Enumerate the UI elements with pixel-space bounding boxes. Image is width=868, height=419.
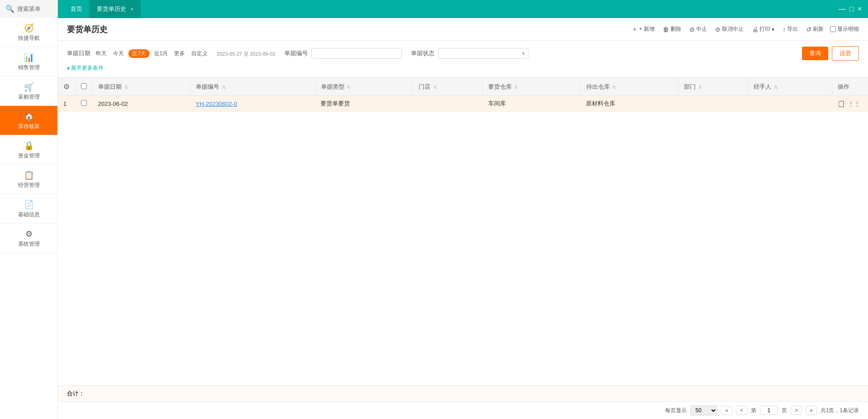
top-bar: 首页 要货单历史 × — □ × (58, 0, 868, 18)
search-menu-item[interactable]: 🔍 搜索菜单 (0, 0, 57, 18)
operations-icon: 📋 (24, 170, 34, 180)
print-icon: 🖨 (752, 26, 758, 33)
page-header: 要货单历史 ＋ + 新增 🗑 删除 ⊘ 中止 ⊘ 取消中止 (58, 18, 868, 41)
expand-filter-button[interactable]: ▾ 展开更多条件 (67, 64, 859, 72)
date-opt-more[interactable]: 更多 (172, 49, 187, 58)
sort-date-icon[interactable]: ⇅ (124, 85, 128, 90)
stop-button[interactable]: ⊘ 中止 (688, 24, 709, 34)
col-settings: ⚙ (58, 78, 75, 96)
col-dept-label: 部门 (684, 83, 696, 90)
page-label: 页 (782, 407, 787, 414)
next-page-button[interactable]: > (791, 406, 802, 415)
sort-pending-warehouse-icon[interactable]: ⇅ (612, 85, 616, 90)
sidebar-item-label: 资金管理 (18, 152, 40, 160)
last-page-button[interactable]: » (806, 406, 817, 415)
sort-handler-icon[interactable]: ⇅ (774, 85, 778, 90)
page-size-select[interactable]: 10 20 50 100 (690, 405, 717, 415)
finance-icon: 🔒 (24, 141, 34, 151)
export-button[interactable]: ↑ 导出 (781, 24, 800, 34)
prev-page-button[interactable]: < (736, 406, 747, 415)
sidebar-item-basic[interactable]: 📄 基础信息 (0, 194, 57, 224)
page-size-label: 每页显示 (665, 407, 687, 414)
col-date-label: 单据日期 (98, 83, 122, 90)
sidebar-item-operations[interactable]: 📋 经营管理 (0, 165, 57, 194)
col-pending-warehouse: 待出仓库 ⇅ (580, 78, 678, 96)
date-filter-label: 单据日期 (67, 49, 90, 57)
sort-docno-icon[interactable]: ⇅ (222, 85, 226, 90)
col-dept: 部门 ⇅ (678, 78, 748, 96)
sidebar-item-label: 基础信息 (18, 211, 40, 219)
sidebar-item-quick-nav[interactable]: 🧭 快捷导航 (0, 18, 57, 47)
sidebar-item-purchase[interactable]: 🛒 采购管理 (0, 76, 57, 106)
refresh-icon: ↺ (806, 26, 811, 33)
window-close-button[interactable]: × (857, 4, 863, 14)
sort-store-icon[interactable]: ⇅ (433, 85, 437, 90)
date-opt-yesterday[interactable]: 昨天 (94, 49, 108, 58)
page-input[interactable] (760, 406, 778, 415)
stop-icon: ⊘ (689, 26, 695, 33)
date-opt-today[interactable]: 今天 (111, 49, 126, 58)
sidebar-item-inventory[interactable]: 🏠 库存核算 (0, 106, 57, 135)
sort-doctype-icon[interactable]: ⇅ (347, 85, 350, 90)
sidebar-item-label: 系统管理 (18, 240, 40, 248)
main-content: 首页 要货单历史 × — □ × 要货单历史 ＋ + 新增 🗑 删除 (58, 0, 868, 419)
cell-pending-warehouse: 原材料仓库 (580, 96, 678, 112)
page-title: 要货单历史 (67, 24, 108, 35)
status-select[interactable] (438, 48, 528, 59)
show-detail-checkbox[interactable]: 显示明细 (830, 25, 859, 33)
export-icon: ↑ (783, 26, 786, 33)
settings-button[interactable]: 设置 (832, 46, 859, 61)
sidebar-nav: 🧭 快捷导航 📊 销售管理 🛒 采购管理 🏠 库存核算 🔒 资金管理 📋 经营管… (0, 18, 57, 253)
cell-docno: YH-20230602-0 (190, 96, 315, 112)
expand-icon: ▾ (67, 65, 70, 71)
refresh-button[interactable]: ↺ 刷新 (804, 24, 826, 34)
row-more-icon[interactable]: ⋮⋮ (848, 100, 860, 107)
table-container: ⚙ 单据日期 ⇅ 单据编号 ⇅ (58, 78, 868, 386)
tab-close-button[interactable]: × (131, 6, 133, 12)
cancel-stop-button[interactable]: ⊘ 取消中止 (713, 24, 745, 34)
col-req-warehouse: 要货仓库 ⇅ (483, 78, 580, 96)
cell-check (75, 96, 93, 112)
sort-dept-icon[interactable]: ⇅ (698, 85, 702, 90)
window-minimize-button[interactable]: — (838, 4, 847, 14)
sidebar-item-finance[interactable]: 🔒 资金管理 (0, 135, 57, 165)
sidebar-item-sales[interactable]: 📊 销售管理 (0, 47, 57, 76)
date-range-display: 2023-05-27 至 2023-06-02 (217, 51, 275, 57)
expand-label: 展开更多条件 (71, 64, 104, 72)
doc-no-input[interactable] (311, 48, 402, 59)
doc-no-link[interactable]: YH-20230602-0 (196, 100, 237, 107)
print-button[interactable]: 🖨 打印 ▾ (750, 24, 776, 34)
tab-home[interactable]: 首页 (63, 0, 90, 18)
date-opt-7days[interactable]: 近7天 (128, 49, 150, 58)
filter-row: 单据日期 昨天 今天 近7天 近1月 更多 自定义 2023-05-27 至 2… (67, 46, 859, 61)
col-action-label: 操作 (838, 83, 849, 90)
sidebar-item-system[interactable]: ⚙ 系统管理 (0, 224, 57, 253)
row-checkbox[interactable] (81, 100, 87, 106)
row-edit-icon[interactable]: 📋 (837, 100, 845, 107)
cancel-stop-label: 取消中止 (722, 25, 744, 33)
export-label: 导出 (787, 25, 798, 33)
table-settings-icon[interactable]: ⚙ (63, 83, 70, 90)
col-pending-warehouse-label: 待出仓库 (586, 83, 610, 90)
delete-icon: 🗑 (663, 26, 669, 33)
sales-icon: 📊 (24, 52, 34, 62)
date-opt-custom[interactable]: 自定义 (189, 49, 209, 58)
delete-button[interactable]: 🗑 删除 (661, 24, 683, 34)
select-all-checkbox[interactable] (81, 83, 87, 89)
page-area: 要货单历史 ＋ + 新增 🗑 删除 ⊘ 中止 ⊘ 取消中止 (58, 18, 868, 419)
status-filter: 单据状态 (411, 48, 528, 59)
date-opt-1month[interactable]: 近1月 (152, 49, 170, 58)
window-maximize-button[interactable]: □ (849, 4, 855, 14)
sidebar-item-label: 快捷导航 (18, 34, 40, 42)
add-button[interactable]: ＋ + 新增 (630, 24, 656, 34)
system-icon: ⚙ (25, 229, 33, 239)
cell-handler (748, 96, 832, 112)
doc-no-filter: 单据编号 (284, 48, 402, 59)
show-detail-input[interactable] (830, 26, 836, 32)
sort-req-warehouse-icon[interactable]: ⇅ (514, 85, 518, 90)
first-page-button[interactable]: « (721, 406, 732, 415)
tab-current[interactable]: 要货单历史 × (90, 0, 141, 18)
query-button[interactable]: 查询 (802, 47, 828, 60)
footer-total-label: 合计： (67, 390, 85, 398)
cell-action: 📋 ⋮⋮ (832, 96, 868, 112)
